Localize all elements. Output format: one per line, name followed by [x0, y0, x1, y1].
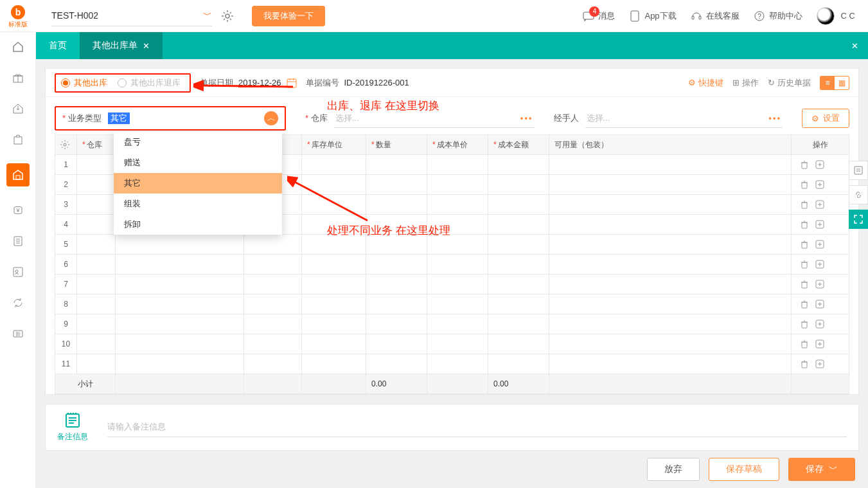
experience-button[interactable]: 我要体验一下 — [252, 6, 325, 26]
history-icon: ↻ — [768, 78, 775, 87]
user-name: C C — [841, 11, 855, 21]
dropdown-item[interactable]: 其它 — [114, 173, 282, 194]
add-row-icon[interactable] — [814, 338, 826, 350]
link-shortcut[interactable]: ⚙快捷键 — [688, 77, 723, 89]
svg-rect-18 — [287, 79, 296, 87]
add-row-icon[interactable] — [814, 179, 826, 190]
phone-icon — [629, 10, 641, 22]
table-row[interactable]: 6 — [55, 255, 849, 275]
row-ops — [792, 354, 849, 374]
table-row[interactable]: 7 — [55, 275, 849, 294]
row-number: 10 — [55, 334, 77, 354]
add-row-icon[interactable] — [814, 258, 826, 270]
delete-icon[interactable] — [799, 358, 810, 370]
row-ops — [792, 155, 849, 175]
gear-icon[interactable] — [221, 10, 234, 23]
business-type-select[interactable]: 业务类型 其它 ︿ — [62, 111, 278, 125]
nav-online-service[interactable]: 在线客服 — [691, 10, 740, 22]
view-list-icon[interactable]: ≡ — [820, 77, 835, 89]
save-button[interactable]: 保存﹀ — [788, 458, 855, 481]
add-row-icon[interactable] — [814, 358, 826, 370]
org-name: TEST-H002 — [51, 10, 98, 21]
link-operate[interactable]: ⊞操作 — [732, 77, 759, 89]
nav-home-icon[interactable] — [11, 40, 25, 54]
svg-rect-28 — [802, 222, 807, 228]
tab-home[interactable]: 首页 — [36, 32, 80, 59]
add-row-icon[interactable] — [814, 298, 826, 310]
nav-help-center[interactable]: ? 帮助中心 — [754, 10, 802, 22]
tab-strip-close-button[interactable]: ✕ — [841, 32, 868, 59]
delete-icon[interactable] — [799, 239, 810, 250]
more-icon[interactable]: ••• — [520, 113, 533, 123]
save-draft-button[interactable]: 保存草稿 — [709, 458, 779, 481]
handler-select[interactable]: 经手人 选择...••• — [554, 109, 783, 128]
delete-icon[interactable] — [799, 338, 810, 350]
table-row[interactable]: 9 — [55, 314, 849, 334]
svg-rect-24 — [802, 183, 807, 188]
dropdown-item[interactable]: 组装 — [114, 194, 282, 214]
warehouse-select[interactable]: 仓库 选择...••• — [305, 109, 535, 128]
nav-gift-icon[interactable] — [11, 71, 25, 85]
tab-other-outbound[interactable]: 其他出库单 ✕ — [80, 32, 163, 59]
nav-contacts-icon[interactable] — [11, 265, 25, 279]
th-price: 成本单价 — [427, 135, 488, 155]
remark-input[interactable]: 请输入备注信息 — [107, 418, 847, 437]
row-ops — [792, 235, 849, 255]
th-available: 可用量（包装） — [549, 135, 792, 155]
delete-icon[interactable] — [799, 318, 810, 330]
close-icon[interactable]: ✕ — [143, 41, 150, 51]
delete-icon[interactable] — [799, 278, 810, 290]
add-row-icon[interactable] — [814, 159, 826, 170]
add-row-icon[interactable] — [814, 219, 826, 230]
nav-in-icon[interactable] — [11, 102, 25, 116]
row-ops — [792, 195, 849, 215]
delete-icon[interactable] — [799, 199, 810, 210]
row-number: 11 — [55, 354, 77, 374]
svg-text:新: 新 — [15, 331, 21, 337]
delete-icon[interactable] — [799, 258, 810, 270]
doc-number-value: ID-20191226-001 — [344, 78, 409, 87]
add-row-icon[interactable] — [814, 278, 826, 290]
radio-other-outbound-return[interactable]: 其他出库退库 — [118, 77, 181, 89]
chevron-down-icon: ﹀ — [829, 464, 838, 475]
row-number: 7 — [55, 275, 77, 294]
rail-expand-icon[interactable] — [849, 210, 868, 229]
delete-icon[interactable] — [799, 159, 810, 170]
nav-sync-icon[interactable] — [11, 296, 25, 310]
table-row[interactable]: 10 — [55, 334, 849, 354]
add-row-icon[interactable] — [814, 199, 826, 210]
avatar[interactable] — [817, 7, 835, 25]
nav-money-icon[interactable]: ¥ — [11, 203, 25, 217]
dropdown-item[interactable]: 盘亏 — [114, 132, 282, 152]
rail-note-icon[interactable] — [849, 161, 868, 180]
add-row-icon[interactable] — [814, 318, 826, 330]
view-card-icon[interactable]: ▦ — [835, 77, 849, 89]
remark-box: 备注信息 请输入备注信息 — [45, 404, 859, 451]
settings-button[interactable]: ⚙设置 — [802, 109, 849, 128]
nav-warehouse-icon[interactable] — [6, 163, 30, 186]
rail-link-icon[interactable] — [849, 185, 868, 204]
dropdown-item[interactable]: 拆卸 — [114, 214, 282, 235]
more-icon[interactable]: ••• — [768, 113, 781, 123]
nav-clipboard-icon[interactable] — [11, 234, 25, 248]
table-row[interactable]: 5 — [55, 235, 849, 255]
dropdown-item[interactable]: 赠送 — [114, 152, 282, 173]
row-ops — [792, 294, 849, 314]
radio-other-outbound[interactable]: 其他出库 — [61, 77, 107, 89]
org-selector[interactable]: TEST-H002 ﹀ — [51, 6, 212, 26]
calendar-icon[interactable] — [287, 78, 297, 88]
table-row[interactable]: 8 — [55, 294, 849, 314]
discard-button[interactable]: 放弃 — [647, 458, 700, 481]
doc-date-value[interactable]: 2019-12-26 — [238, 78, 281, 87]
delete-icon[interactable] — [799, 179, 810, 190]
link-history[interactable]: ↻历史单据 — [768, 77, 811, 89]
nav-app-download[interactable]: App下载 — [629, 10, 676, 22]
delete-icon[interactable] — [799, 298, 810, 310]
nav-new-icon[interactable]: 新 — [11, 327, 25, 341]
add-row-icon[interactable] — [814, 239, 826, 250]
table-row[interactable]: 11 — [55, 354, 849, 374]
nav-messages[interactable]: 4 消息 — [583, 10, 615, 22]
delete-icon[interactable] — [799, 219, 810, 230]
nav-bag-icon[interactable] — [11, 132, 25, 147]
column-settings-header[interactable] — [55, 135, 77, 155]
